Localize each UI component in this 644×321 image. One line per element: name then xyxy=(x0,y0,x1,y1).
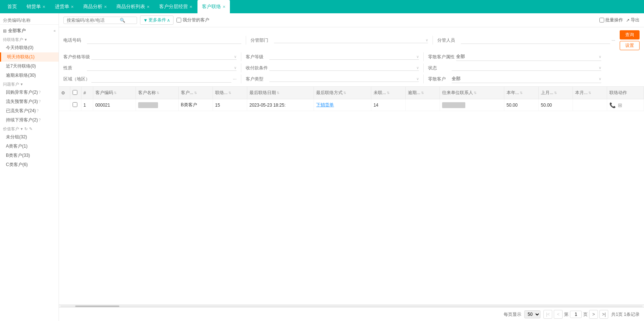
row-checkbox[interactable] xyxy=(73,102,77,107)
manager-ellipsis-icon[interactable]: ··· xyxy=(612,38,615,43)
sort-icon-uncontacted[interactable]: ⇅ xyxy=(387,91,390,95)
col-this-month[interactable]: 本月...⇅ xyxy=(573,87,607,99)
sort-icon-type[interactable]: ⇅ xyxy=(194,91,197,95)
sort-icon-month[interactable]: ⇅ xyxy=(588,91,591,95)
nav-customer-contact[interactable]: 客户联络 ✕ xyxy=(197,0,230,13)
sidebar-item-churned[interactable]: 已流失客户(24) ? xyxy=(0,106,59,115)
col-this-year[interactable]: 本年...⇅ xyxy=(504,87,538,99)
close-customer-tier-icon[interactable]: ✕ xyxy=(189,5,192,9)
scrollbar-track[interactable] xyxy=(60,306,643,307)
col-overdue[interactable]: 逾期...⇅ xyxy=(405,87,440,99)
export-btn[interactable]: ↗ 导出 xyxy=(626,17,640,23)
sort-icon-contacts[interactable]: ⇅ xyxy=(228,91,231,95)
status-select[interactable]: ∨ xyxy=(452,65,601,71)
filter-retail-customer: 零散客户 全部 ∨ xyxy=(428,75,601,83)
sidebar-item-declining[interactable]: 持续下滑客户(2) ? xyxy=(0,115,59,125)
sidebar-all-customers[interactable]: ⊞ 全部客户 « xyxy=(0,26,59,35)
search-icon-btn[interactable]: 🔍 xyxy=(120,18,125,23)
payment-select[interactable]: ∨ xyxy=(269,65,419,71)
page-size-select[interactable]: 50 xyxy=(524,310,540,318)
col-type[interactable]: 客户...⇅ xyxy=(178,87,213,99)
nav-sales-order[interactable]: 销货单 ✕ xyxy=(22,0,50,13)
col-checkbox[interactable] xyxy=(70,87,81,99)
grid-action-icon[interactable]: ⊞ xyxy=(618,102,622,108)
sort-icon-code[interactable]: ⇅ xyxy=(114,91,117,95)
sort-icon-unit[interactable]: ⇅ xyxy=(474,91,477,95)
settings-button[interactable]: 设置 xyxy=(620,41,640,50)
sort-icon-name[interactable]: ⇅ xyxy=(157,91,160,95)
dept-select[interactable]: ∨ xyxy=(274,37,428,43)
row-last-way-cell[interactable]: 下销货单 xyxy=(314,99,371,111)
phone-input[interactable] xyxy=(87,37,241,44)
page-next-btn[interactable]: > xyxy=(589,310,598,319)
page-input[interactable] xyxy=(570,311,582,318)
close-customer-contact-icon[interactable]: ✕ xyxy=(223,5,225,9)
batch-checkbox[interactable] xyxy=(599,18,604,23)
sidebar-item-tomorrow-pending[interactable]: 明天待联络(1) xyxy=(0,52,59,62)
sidebar-search-input[interactable] xyxy=(3,18,58,23)
close-product-analysis-icon[interactable]: ✕ xyxy=(104,5,107,9)
nav-customer-tier[interactable]: 客户分层经营 ✕ xyxy=(155,0,197,13)
sort-icon-overdue[interactable]: ⇅ xyxy=(421,91,424,95)
col-uncontacted[interactable]: 未联...⇅ xyxy=(371,87,405,99)
col-last-contact-date[interactable]: 最后联络日期⇅ xyxy=(247,87,314,99)
page-last-btn[interactable]: >| xyxy=(599,310,608,319)
sidebar-item-b-class[interactable]: B类客户(33) xyxy=(0,151,59,160)
retail-attr-select[interactable]: 全部 ∨ xyxy=(456,53,601,61)
col-name[interactable]: 客户名称⇅ xyxy=(136,87,178,99)
horizontal-scrollbar[interactable] xyxy=(59,304,644,307)
filter-row-2: 客户价格等级 ∨ 客户等级 ∨ 零散客户属性 xyxy=(63,52,640,61)
nav-purchase-order[interactable]: 进货单 ✕ xyxy=(50,0,78,13)
col-code[interactable]: 客户编码⇅ xyxy=(93,87,136,99)
sidebar-item-a-class[interactable]: A类客户(1) xyxy=(0,142,59,151)
nav-home[interactable]: 首页 xyxy=(3,0,21,13)
sidebar-item-7day-pending[interactable]: 近7天待联络(0) xyxy=(0,62,59,71)
sidebar-item-today-pending[interactable]: 今天待联络(0) xyxy=(0,43,59,52)
region-ellipsis-icon[interactable]: ··· xyxy=(233,76,237,82)
customer-type-select[interactable]: ∨ xyxy=(269,76,419,82)
sort-icon-year[interactable]: ⇅ xyxy=(520,91,523,95)
batch-btn[interactable]: 批量操作 xyxy=(599,17,623,23)
sidebar-item-ungrouped[interactable]: 未分组(32) xyxy=(0,132,59,142)
search-box[interactable]: 🔍 xyxy=(63,17,137,24)
row-seq-cell: 1 xyxy=(81,99,93,111)
sidebar-item-churn-warning[interactable]: 流失预警客户(3) ? xyxy=(0,97,59,106)
col-unit-contact[interactable]: 往来单位联系人⇅ xyxy=(440,87,504,99)
filter-actions: 查询 设置 xyxy=(620,30,640,50)
nav-product-analysis[interactable]: 商品分析 ✕ xyxy=(79,0,111,13)
sort-icon-date[interactable]: ⇅ xyxy=(277,91,280,95)
search-input[interactable] xyxy=(67,18,118,23)
my-customers-checkbox[interactable]: 我分管的客户 xyxy=(176,17,209,23)
refresh-icon[interactable]: ↻ xyxy=(24,127,28,131)
query-button[interactable]: 查询 xyxy=(620,30,640,39)
sidebar-item-c-class[interactable]: C类客户(6) xyxy=(0,160,59,169)
sidebar-search[interactable]: 🔍 xyxy=(0,16,59,25)
my-customers-input[interactable] xyxy=(176,18,181,23)
manager-input[interactable] xyxy=(461,37,610,44)
retail-customer-select[interactable]: 全部 ∨ xyxy=(452,75,601,83)
col-last-contact-way[interactable]: 最后联络方式⇅ xyxy=(314,87,371,99)
nature-select[interactable]: ∨ xyxy=(87,65,237,71)
col-contacts[interactable]: 联络...⇅ xyxy=(213,87,247,99)
page-prev-btn[interactable]: < xyxy=(554,310,563,319)
sidebar-item-overdue-contact[interactable]: 逾期未联络(30) xyxy=(0,71,59,80)
close-purchase-order-icon[interactable]: ✕ xyxy=(71,5,74,9)
sidebar-item-repurchase-abnormal[interactable]: 回购异常客户(2) ? xyxy=(0,88,59,97)
filter-btn[interactable]: ▼ 更多条件 ∧ xyxy=(140,15,174,25)
nav-product-analysis-list[interactable]: 商品分析列表 ✕ xyxy=(112,0,154,13)
col-settings[interactable]: ⚙ xyxy=(59,87,70,99)
region-input[interactable] xyxy=(91,76,231,83)
page-first-btn[interactable]: |< xyxy=(543,310,552,319)
col-last-month[interactable]: 上月...⇅ xyxy=(538,87,573,99)
select-all-checkbox[interactable] xyxy=(73,90,77,95)
sort-icon-lastmonth[interactable]: ⇅ xyxy=(554,91,557,95)
edit-icon[interactable]: ✎ xyxy=(29,127,32,131)
sort-icon-way[interactable]: ⇅ xyxy=(343,91,346,95)
close-product-list-icon[interactable]: ✕ xyxy=(147,5,150,9)
scrollbar-thumb[interactable] xyxy=(75,306,119,307)
close-sales-order-icon[interactable]: ✕ xyxy=(42,5,45,9)
phone-icon[interactable]: 📞 xyxy=(609,102,616,108)
price-level-select[interactable]: ∨ xyxy=(91,54,237,60)
customer-level-select[interactable]: ∨ xyxy=(269,54,419,60)
row-checkbox-cell[interactable] xyxy=(70,99,81,111)
